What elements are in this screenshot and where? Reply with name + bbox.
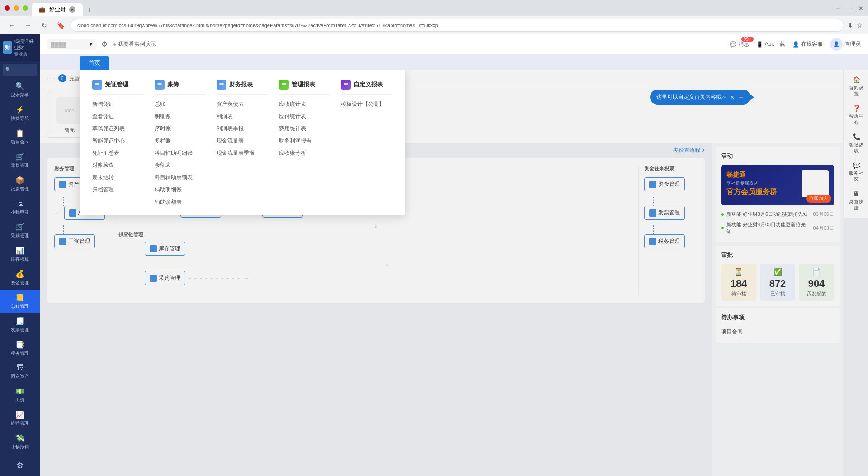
win-minimize[interactable]: ─	[836, 5, 840, 12]
star-icon[interactable]: ☆	[857, 22, 863, 29]
logo-name: 畅捷通好业财	[14, 38, 37, 51]
sidebar-item-purchase[interactable]: 🛒采购管理	[0, 219, 40, 243]
menu-item[interactable]: 利润表	[217, 110, 268, 123]
menu-item[interactable]: 科目辅助明细账	[155, 147, 206, 159]
menu-item[interactable]: 余额表	[155, 159, 206, 171]
menu-item[interactable]: 智能凭证中心	[92, 135, 144, 147]
app-wrapper: 财 畅捷通好业财 专业版 🔍 🔍搜索菜单⚡快捷导航📋项目合同🛒零售管理📦批发管理…	[0, 34, 868, 476]
menu-item[interactable]: 模板设计【公测】	[341, 98, 392, 110]
logo-char: 财	[5, 44, 10, 52]
new-tab-btn[interactable]: +	[83, 4, 95, 16]
sidebar-item-wholesale[interactable]: 📦批发管理	[0, 172, 40, 196]
menu-item[interactable]: 查看凭证	[92, 110, 144, 123]
menu-section-title-financial-report: 财务报表	[217, 77, 268, 95]
demo-label: 我要看实例演示	[118, 40, 156, 48]
sidebar-item-retail[interactable]: 🛒零售管理	[0, 149, 40, 172]
user-avatar: 👤	[830, 38, 843, 51]
sidebar-item-inventory[interactable]: 📊库存核算	[0, 243, 40, 266]
sidebar-item-small-shop[interactable]: 🛍小畅电商	[0, 196, 40, 219]
window-maximize[interactable]	[23, 5, 28, 11]
menu-section-title-ledger: 账簿	[155, 77, 206, 95]
window-controls	[5, 5, 28, 11]
menu-item[interactable]: 对账检查	[92, 159, 144, 171]
sidebar-settings-btn[interactable]: ⚙	[0, 457, 40, 474]
sidebar-item-fixed-assets[interactable]: 🏗固定资产	[0, 360, 40, 383]
message-icon: 💬	[730, 41, 736, 48]
main-content: ▓▓▓▓ ▾ ⚙ ● 我要看实例演示 💬 消息 99+ 📱 App下载	[40, 34, 868, 476]
online-service-btn[interactable]: 👤 在线客服	[793, 40, 823, 48]
win-close[interactable]: ✕	[859, 5, 863, 12]
sidebar-label-project-contract: 项目合同	[11, 139, 29, 145]
sidebar-icon-retail: 🛒	[15, 152, 24, 161]
topbar-settings-btn[interactable]: ⚙	[101, 40, 108, 48]
sidebar-item-search[interactable]: 🔍搜索菜单	[0, 78, 40, 102]
sidebar-item-salary[interactable]: 💵工资	[0, 383, 40, 407]
menu-item[interactable]: 财务利润报告	[279, 135, 330, 147]
menu-item[interactable]: 现金流量表	[217, 135, 268, 147]
window-minimize[interactable]	[14, 5, 19, 11]
sidebar-item-project-contract[interactable]: 📋项目合同	[0, 125, 40, 149]
sidebar-item-shortcuts[interactable]: ⚡快捷导航	[0, 102, 40, 125]
company-selector[interactable]: ▓▓▓▓ ▾	[47, 39, 96, 49]
win-controls[interactable]: ─ □ ✕	[836, 5, 863, 12]
demo-btn[interactable]: ● 我要看实例演示	[113, 40, 156, 48]
sidebar-icon-inventory: 📊	[15, 246, 24, 255]
sidebar-search-box[interactable]: 🔍	[3, 64, 37, 76]
menu-section-label-custom-report: 自定义报表	[354, 81, 383, 89]
menu-section-title-manage-report: 管理报表	[279, 77, 330, 95]
sidebar-item-accounting[interactable]: 📒总账管理	[0, 290, 40, 313]
sidebar-item-tax[interactable]: 📑税务管理	[0, 337, 40, 360]
user-profile-btn[interactable]: 👤 管理员	[830, 38, 861, 51]
menu-item[interactable]: 辅助余额表	[155, 196, 206, 208]
win-maximize[interactable]: □	[848, 5, 851, 12]
menu-item[interactable]: 应收账分析	[279, 147, 330, 159]
sidebar-item-basic-info[interactable]: 📋基础信息	[0, 454, 40, 457]
message-btn[interactable]: 💬 消息 99+	[730, 40, 749, 48]
page-body: 凭证管理 新增凭证查看凭证草稿凭证列表智能凭证中心凭证汇总表对账检查期末结转归档…	[40, 70, 868, 476]
menu-item[interactable]: 资产负债表	[217, 98, 268, 110]
bookmark-btn[interactable]: 🔖	[54, 19, 67, 32]
sidebar-item-operation[interactable]: 📈经营管理	[0, 407, 40, 430]
menu-item[interactable]: 归档管理	[92, 184, 144, 196]
menu-item[interactable]: 凭证汇总表	[92, 147, 144, 159]
menu-item[interactable]: 现金流量表季报	[217, 147, 268, 159]
sidebar-icon-shortcuts: ⚡	[15, 105, 24, 114]
menu-item[interactable]: 序时账	[155, 123, 206, 135]
sidebar-item-xiaopin-marketing[interactable]: 💸小畅报销	[0, 430, 40, 454]
sidebar-label-small-shop: 小畅电商	[11, 209, 29, 215]
menu-item[interactable]: 明细账	[155, 110, 206, 123]
reload-btn[interactable]: ↻	[38, 19, 51, 32]
menu-section-manage-report: 管理报表 应收统计表应付统计表费用统计表财务利润报告应收账分析	[274, 77, 336, 208]
menu-item[interactable]: 费用统计表	[279, 123, 330, 135]
menu-section-icon-financial-report	[217, 80, 226, 90]
sidebar-item-finance[interactable]: 💰资金管理	[0, 266, 40, 290]
menu-item[interactable]: 应付统计表	[279, 110, 330, 123]
sidebar-label-finance: 资金管理	[11, 280, 29, 286]
download-icon[interactable]: ⬇	[848, 22, 853, 29]
sidebar-icon-project-contract: 📋	[15, 129, 24, 138]
app-download-btn[interactable]: 📱 App下载	[756, 40, 785, 48]
tab-close-btn[interactable]: ×	[69, 6, 75, 13]
menu-item[interactable]: 草稿凭证列表	[92, 123, 144, 135]
url-input[interactable]: cloud.chanjet.com/cc/u6d89qwnryel/57bfsk…	[71, 19, 844, 32]
sidebar-item-invoice[interactable]: 🧾发票管理	[0, 313, 40, 337]
menu-item[interactable]: 应收统计表	[279, 98, 330, 110]
menu-item[interactable]: 期末结转	[92, 171, 144, 184]
menu-item[interactable]: 多栏账	[155, 135, 206, 147]
menu-item[interactable]: 总账	[155, 98, 206, 110]
sidebar-logo: 财 畅捷通好业财 专业版	[0, 34, 40, 61]
browser-tab-active[interactable]: 💼 好业财 ×	[32, 3, 83, 16]
menu-item[interactable]: 辅助明细账	[155, 184, 206, 196]
logo-icon: 财	[3, 41, 12, 54]
forward-btn[interactable]: →	[22, 19, 34, 32]
sidebar-icon-search: 🔍	[15, 82, 24, 90]
sidebar-label-retail: 零售管理	[11, 162, 29, 169]
menu-item[interactable]: 利润表季报	[217, 123, 268, 135]
home-tab[interactable]: 首页	[80, 56, 109, 70]
back-btn[interactable]: ←	[5, 19, 18, 32]
menu-section-financial-report: 财务报表 资产负债表利润表利润表季报现金流量表现金流量表季报	[211, 77, 274, 208]
address-bar-icons: ⬇ ☆	[848, 22, 863, 29]
window-close[interactable]	[5, 5, 10, 11]
menu-item[interactable]: 科目辅助余额表	[155, 171, 206, 184]
menu-item[interactable]: 新增凭证	[92, 98, 144, 110]
